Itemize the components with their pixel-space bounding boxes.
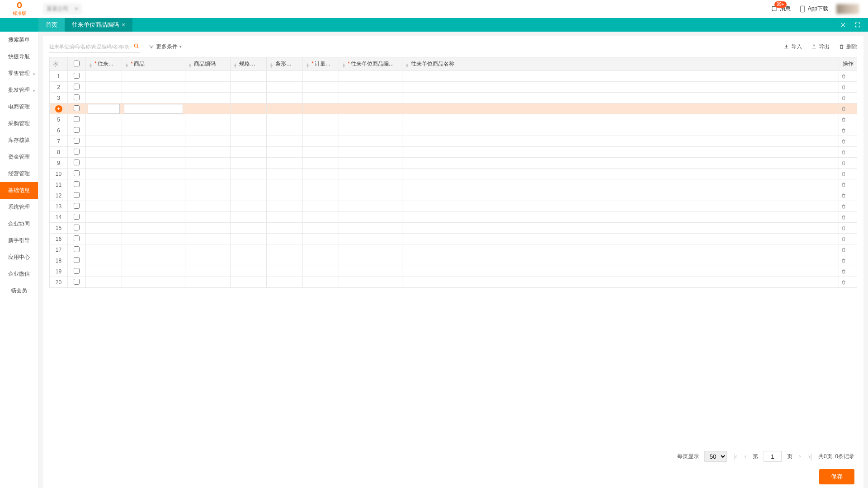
col-spec[interactable]: ▲▼规格… — [231, 57, 267, 71]
row-delete-button[interactable] — [841, 150, 855, 155]
row-delete-button[interactable] — [841, 171, 855, 177]
row-delete-button[interactable] — [841, 128, 855, 133]
more-conditions-button[interactable]: 更多条件 ▾ — [149, 43, 182, 51]
sidebar-item-6[interactable]: 库存核算 — [0, 132, 38, 149]
row-delete-button[interactable] — [841, 258, 855, 263]
add-row-button[interactable]: + — [50, 103, 68, 114]
sidebar-item-0[interactable]: 搜索菜单 — [0, 32, 38, 48]
table-row[interactable]: 7 — [50, 136, 857, 147]
search-icon[interactable] — [133, 43, 140, 49]
table-row[interactable]: 3 — [50, 93, 857, 103]
search-input[interactable] — [49, 40, 140, 53]
cell-product-input[interactable] — [124, 104, 183, 114]
table-row[interactable]: 9 — [50, 158, 857, 169]
row-checkbox[interactable] — [68, 169, 86, 179]
table-row[interactable]: 5 — [50, 114, 857, 125]
export-button[interactable]: 导出 — [811, 43, 830, 51]
row-delete-button[interactable] — [841, 280, 855, 285]
row-delete-button[interactable] — [841, 193, 855, 198]
row-delete-button[interactable] — [841, 225, 855, 231]
user-avatar[interactable] — [836, 4, 859, 14]
table-row[interactable]: 15 — [50, 223, 857, 234]
row-checkbox[interactable] — [68, 136, 86, 147]
table-row[interactable]: 1 — [50, 71, 857, 82]
table-row[interactable]: 8 — [50, 147, 857, 158]
sidebar-item-7[interactable]: 资金管理 — [0, 149, 38, 165]
sidebar-item-15[interactable]: 畅会员 — [0, 282, 38, 299]
table-row[interactable]: 14 — [50, 212, 857, 223]
sidebar-item-2[interactable]: 零售管理▸ — [0, 65, 38, 82]
app-download-button[interactable]: App下载 — [799, 5, 828, 13]
row-delete-button[interactable] — [841, 117, 855, 122]
row-delete-button[interactable] — [841, 247, 855, 253]
table-row[interactable]: 19 — [50, 266, 857, 277]
messages-button[interactable]: 99+ 消息 — [771, 5, 791, 13]
row-delete-button[interactable] — [841, 160, 855, 166]
col-barcode[interactable]: ▲▼条形… — [267, 57, 303, 71]
row-checkbox[interactable] — [68, 277, 86, 288]
table-row[interactable]: 6 — [50, 125, 857, 136]
entity-selector[interactable]: 某某公司 — [43, 3, 82, 14]
tab-home[interactable]: 首页 — [38, 18, 65, 32]
tab-close-all-button[interactable] — [839, 21, 847, 29]
row-checkbox[interactable] — [68, 125, 86, 136]
select-all-checkbox[interactable] — [68, 57, 86, 71]
table-row[interactable]: 13 — [50, 201, 857, 212]
row-delete-button[interactable] — [841, 84, 855, 90]
page-next[interactable]: › — [798, 453, 802, 460]
row-checkbox[interactable] — [68, 147, 86, 158]
sidebar-item-11[interactable]: 企业协同 — [0, 216, 38, 232]
row-checkbox[interactable] — [68, 234, 86, 244]
sidebar-item-12[interactable]: 新手引导 — [0, 232, 38, 249]
close-icon[interactable]: × — [122, 21, 125, 28]
row-checkbox[interactable] — [68, 71, 86, 82]
save-button[interactable]: 保存 — [819, 469, 854, 484]
page-first[interactable]: |‹ — [732, 453, 738, 460]
row-checkbox[interactable] — [68, 201, 86, 212]
col-product-code[interactable]: ▲▼商品编码 — [185, 57, 231, 71]
row-checkbox[interactable] — [68, 223, 86, 234]
tab-current[interactable]: 往来单位商品编码 × — [65, 18, 132, 32]
col-uom[interactable]: ▲▼*计量… — [303, 57, 339, 71]
row-checkbox[interactable] — [68, 82, 86, 93]
table-row[interactable]: 16 — [50, 234, 857, 244]
row-checkbox[interactable] — [68, 212, 86, 223]
sidebar-item-5[interactable]: 采购管理 — [0, 115, 38, 132]
table-row[interactable]: + — [50, 103, 857, 114]
table-row[interactable]: 20 — [50, 277, 857, 288]
row-checkbox[interactable] — [68, 158, 86, 169]
cell-partner-input[interactable] — [88, 104, 120, 114]
page-input[interactable] — [764, 451, 782, 462]
table-row[interactable]: 12 — [50, 190, 857, 201]
table-row[interactable]: 2 — [50, 82, 857, 93]
row-delete-button[interactable] — [841, 74, 855, 79]
sidebar-item-8[interactable]: 经营管理 — [0, 165, 38, 182]
row-checkbox[interactable] — [68, 114, 86, 125]
page-prev[interactable]: ‹ — [743, 453, 747, 460]
import-button[interactable]: 导入 — [783, 43, 802, 51]
row-checkbox[interactable] — [68, 93, 86, 103]
row-delete-button[interactable] — [841, 106, 855, 112]
sidebar-item-10[interactable]: 系统管理 — [0, 199, 38, 216]
sidebar-item-9[interactable]: 基础信息 — [0, 182, 38, 199]
column-settings[interactable] — [50, 57, 68, 71]
row-delete-button[interactable] — [841, 139, 855, 144]
table-row[interactable]: 11 — [50, 179, 857, 190]
row-delete-button[interactable] — [841, 95, 855, 101]
sidebar-item-3[interactable]: 批发管理▸ — [0, 82, 38, 99]
row-delete-button[interactable] — [841, 182, 855, 188]
row-checkbox[interactable] — [68, 190, 86, 201]
fullscreen-button[interactable] — [854, 21, 862, 29]
row-checkbox[interactable] — [68, 179, 86, 190]
row-delete-button[interactable] — [841, 204, 855, 209]
sidebar-item-4[interactable]: 电商管理 — [0, 99, 38, 115]
col-partner-code[interactable]: ▲▼*往来单位商品编… — [339, 57, 402, 71]
delete-button[interactable]: 删除 — [839, 43, 857, 51]
row-checkbox[interactable] — [68, 103, 86, 114]
row-delete-button[interactable] — [841, 215, 855, 220]
row-checkbox[interactable] — [68, 255, 86, 266]
per-page-select[interactable]: 50 — [704, 451, 727, 462]
table-row[interactable]: 17 — [50, 244, 857, 255]
row-delete-button[interactable] — [841, 269, 855, 274]
col-product[interactable]: ▲▼*商品 — [122, 57, 185, 71]
